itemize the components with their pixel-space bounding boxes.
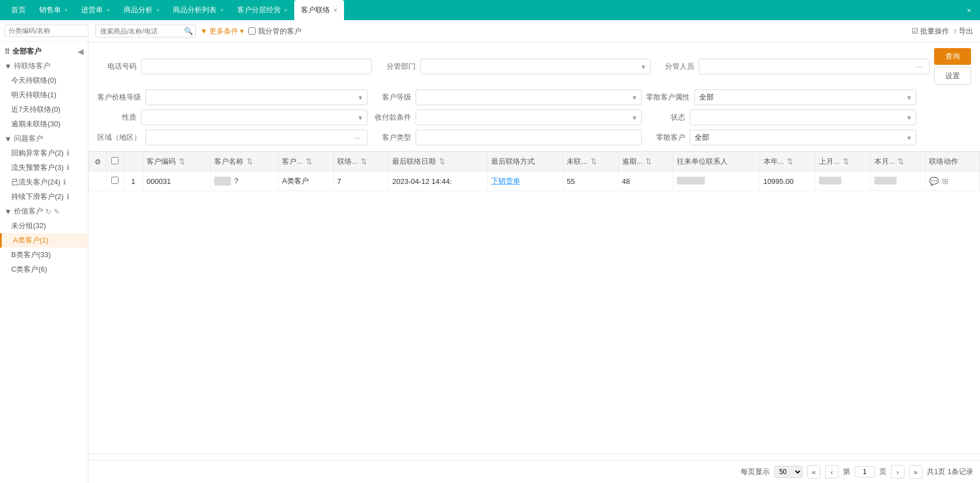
qr-icon[interactable]: ⊞ — [942, 177, 949, 186]
row-check[interactable] — [107, 172, 124, 191]
more-filters-btn[interactable]: ▼ 更多条件 ▾ — [200, 26, 244, 36]
first-page-btn[interactable]: « — [807, 465, 821, 479]
col-last-method-header[interactable]: 最后联络方式 — [488, 152, 563, 172]
manager-dots[interactable]: ··· — [913, 62, 925, 71]
no-contact-sort-icon[interactable]: ⇅ — [591, 157, 597, 165]
col-contact-header[interactable]: 联络... ⇅ — [333, 152, 389, 172]
nav-purchase[interactable]: 进货单 × — [74, 0, 116, 20]
collapse-sidebar-btn[interactable]: ◀ — [78, 48, 83, 56]
customer-type-input[interactable] — [416, 130, 642, 145]
nav-sales[interactable]: 销售单 × — [32, 0, 74, 20]
col-type-header[interactable]: 客户... ⇅ — [279, 152, 334, 172]
col-last-date-header[interactable]: 最后联络日期 ⇅ — [389, 152, 488, 172]
region-select[interactable]: ··· — [145, 130, 368, 145]
close-window-button[interactable]: × — [962, 4, 976, 17]
manager-select[interactable]: ··· — [699, 59, 930, 74]
main-search-input[interactable] — [100, 27, 184, 35]
type-sort-icon[interactable]: ⇅ — [306, 157, 312, 165]
name-sort-icon[interactable]: ⇅ — [247, 157, 253, 165]
col-overdue-header[interactable]: 逾期... ⇅ — [618, 152, 673, 172]
price-level-select[interactable]: ▾ — [145, 89, 368, 105]
last-date-sort-icon[interactable]: ⇅ — [439, 157, 445, 165]
prev-page-btn[interactable]: ‹ — [825, 465, 838, 479]
close-segment-tab[interactable]: × — [284, 7, 288, 13]
row-code[interactable]: 000031 — [143, 172, 211, 191]
my-customers-checkbox[interactable]: 我分管的客户 — [248, 26, 301, 36]
gear-icon[interactable]: ⚙ — [95, 158, 101, 166]
col-name-header[interactable]: 客户名称 ⇅ — [211, 152, 279, 172]
per-page-select[interactable]: 50 100 200 — [774, 466, 803, 478]
sidebar-item-ungrouped[interactable]: 未分组(32) — [0, 219, 88, 233]
col-code-header[interactable]: 客户编码 ⇅ — [143, 152, 211, 172]
section-pending-contact[interactable]: ▼ 待联络客户 — [0, 59, 88, 73]
sidebar-item-class-b[interactable]: B类客户(33) — [0, 248, 88, 262]
sidebar-item-class-a[interactable]: A类客户(1) — [0, 233, 88, 248]
close-product-analysis-tab[interactable]: × — [156, 7, 159, 13]
nav-product-analysis[interactable]: 商品分析 × — [117, 0, 166, 20]
contact-sort-icon[interactable]: ⇅ — [361, 157, 367, 165]
section-value-customers[interactable]: ▼ 价值客户 ↻ ✎ — [0, 204, 88, 219]
sidebar-search-input[interactable] — [4, 25, 88, 37]
close-purchase-tab[interactable]: × — [106, 7, 110, 13]
col-last-month-header[interactable]: 上月... ⇅ — [816, 152, 871, 172]
row-type: A类客户 — [279, 172, 334, 191]
sidebar-item-churn-warning[interactable]: 流失预警客户(3) ℹ — [0, 160, 88, 175]
sidebar-item-churned[interactable]: 已流失客户(24) ℹ — [0, 175, 88, 190]
last-month-sort-icon[interactable]: ⇅ — [843, 157, 849, 165]
filter-row-3: 性质 ▾ 收付款条件 ▾ 状态 — [97, 110, 971, 125]
page-input[interactable] — [855, 466, 875, 477]
col-this-month-header[interactable]: 本月... ⇅ — [870, 152, 926, 172]
nav-customer-contact[interactable]: 客户联络 × — [294, 0, 343, 20]
close-product-list-tab[interactable]: × — [220, 7, 223, 13]
select-all-checkbox[interactable] — [111, 157, 119, 164]
this-year-sort-icon[interactable]: ⇅ — [787, 157, 793, 165]
last-page-btn[interactable]: » — [909, 465, 922, 479]
col-check-header[interactable] — [107, 152, 124, 172]
nav-product-analysis-list[interactable]: 商品分析列表 × — [166, 0, 230, 20]
region-dots[interactable]: ··· — [351, 133, 362, 142]
this-month-sort-icon[interactable]: ⇅ — [898, 157, 904, 165]
col-this-year-header[interactable]: 本年... ⇅ — [760, 152, 816, 172]
nature-select[interactable]: ▾ — [141, 110, 368, 125]
sidebar-item-abnormal[interactable]: 回购异常客户(2) ℹ — [0, 146, 88, 160]
casual-attr-select[interactable]: 全部 ▾ — [694, 89, 916, 105]
main-search-icon[interactable]: 🔍 — [184, 27, 193, 35]
row-checkbox[interactable] — [111, 177, 119, 184]
col-no-contact-header[interactable]: 未联... ⇅ — [563, 152, 619, 172]
overdue-sort-icon[interactable]: ⇅ — [646, 157, 652, 165]
sidebar-item-tomorrow[interactable]: 明天待联络(1) — [0, 88, 88, 102]
horizontal-scrollbar[interactable] — [88, 453, 980, 460]
code-sort-icon[interactable]: ⇅ — [179, 157, 185, 165]
nav-customer-segment[interactable]: 客户分层经营 × — [230, 0, 294, 20]
status-select[interactable]: ▾ — [690, 110, 916, 125]
customer-level-select[interactable]: ▾ — [416, 89, 642, 105]
col-gear-header[interactable]: ⚙ — [89, 152, 107, 172]
sidebar-all-customers[interactable]: ⠿ 全部客户 ◀ — [0, 42, 88, 59]
sidebar-item-class-c[interactable]: C类客户(6) — [0, 262, 88, 277]
batch-operation-btn[interactable]: ☑ 批量操作 — [912, 26, 949, 36]
row-last-method[interactable]: 下销货单 — [488, 172, 563, 191]
setting-button[interactable]: 设置 — [934, 67, 971, 85]
sidebar-item-7days[interactable]: 近7天待联络(0) — [0, 102, 88, 117]
my-customers-check[interactable] — [248, 27, 256, 35]
query-button[interactable]: 查询 — [934, 48, 971, 65]
export-btn[interactable]: ↑ 导出 — [954, 26, 974, 36]
next-page-btn[interactable]: › — [891, 465, 904, 479]
nav-home[interactable]: 首页 — [4, 0, 32, 20]
col-prev-contact-header[interactable]: 往来单位联系人 — [673, 152, 760, 172]
sidebar-item-today[interactable]: 今天待联络(0) — [0, 73, 88, 88]
phone-label: 电话号码 — [97, 61, 136, 72]
payment-select[interactable]: ▾ — [416, 110, 642, 125]
message-icon[interactable]: 💬 — [929, 177, 939, 186]
close-contact-tab[interactable]: × — [333, 7, 337, 13]
close-sales-tab[interactable]: × — [64, 7, 68, 13]
edit-icon[interactable]: ✎ — [54, 207, 60, 216]
dept-select[interactable]: ▾ — [420, 59, 651, 74]
phone-input[interactable] — [141, 59, 372, 74]
casual-customer-select[interactable]: 全部 ▾ — [690, 130, 916, 145]
refresh-icon[interactable]: ↻ — [45, 207, 51, 216]
sidebar-item-declining[interactable]: 持续下滑客户(2) ℹ — [0, 190, 88, 204]
section-problem-customers[interactable]: ▼ 问题客户 — [0, 131, 88, 146]
row-name[interactable]: ? — [211, 172, 279, 191]
sidebar-item-overdue[interactable]: 逾期未联络(30) — [0, 117, 88, 131]
